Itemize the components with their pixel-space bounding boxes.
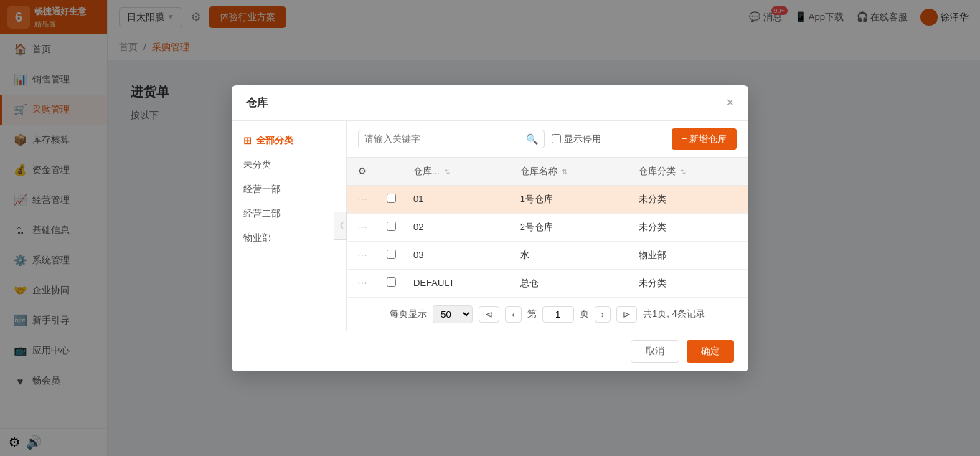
grid-icon: ⊞ [243, 135, 252, 146]
cat-all-label: 全部分类 [256, 134, 293, 147]
modal-title: 仓库 [246, 96, 268, 110]
page-unit: 页 [580, 308, 589, 320]
page-prev-button[interactable]: ‹ [505, 306, 521, 323]
modal-footer: 取消 确定 [232, 331, 748, 371]
sort-code-icon: ⇅ [444, 168, 450, 176]
row-name: 2号仓库 [512, 213, 630, 241]
row-name: 总仓 [512, 269, 630, 297]
warehouse-table: ⚙ 仓库... ⇅ 仓库名称 ⇅ [347, 158, 748, 298]
row-checkbox[interactable] [387, 222, 396, 231]
row-category: 未分类 [630, 185, 748, 213]
row-checkbox[interactable] [387, 194, 396, 203]
cat-item-1[interactable]: 经营一部 [232, 177, 346, 201]
show-disabled-label: 显示停用 [564, 133, 601, 146]
row-code: DEFAULT [405, 269, 512, 297]
cancel-button[interactable]: 取消 [631, 340, 679, 363]
search-box: 🔍 [358, 130, 545, 148]
row-checkbox-cell [378, 185, 405, 213]
row-checkbox-cell [378, 213, 405, 241]
cat-right: 🔍 显示停用 + 新增仓库 ⚙ [347, 121, 748, 331]
row-code: 02 [405, 213, 512, 241]
cat-item-2[interactable]: 经营二部 [232, 201, 346, 226]
row-code: 03 [405, 241, 512, 269]
row-actions: ··· [347, 185, 378, 213]
row-actions: ··· [347, 269, 378, 297]
cat-item-label-3: 物业部 [243, 232, 271, 243]
row-category: 未分类 [630, 213, 748, 241]
col-check [378, 158, 405, 186]
cat-collapse-button[interactable]: 《 [334, 212, 347, 240]
row-checkbox[interactable] [387, 277, 396, 287]
modal-overlay: 仓库 × ⊞ 全部分类 未分类 经营一部 经营二部 [0, 0, 980, 456]
table-wrap: ⚙ 仓库... ⇅ 仓库名称 ⇅ [347, 158, 748, 298]
category-panel: ⊞ 全部分类 未分类 经营一部 经营二部 物业部 《 [232, 121, 347, 331]
row-checkbox-cell [378, 241, 405, 269]
warehouse-modal: 仓库 × ⊞ 全部分类 未分类 经营一部 经营二部 [232, 85, 748, 371]
table-row[interactable]: ··· 02 2号仓库 未分类 [347, 213, 748, 241]
sort-cat-icon: ⇅ [680, 168, 686, 176]
table-row[interactable]: ··· 01 1号仓库 未分类 [347, 185, 748, 213]
row-category: 未分类 [630, 269, 748, 297]
row-more-icon[interactable]: ··· [357, 277, 367, 289]
row-more-icon[interactable]: ··· [357, 249, 367, 261]
collapse-chevron-icon: 《 [336, 221, 344, 231]
col-name: 仓库名称 ⇅ [512, 158, 630, 186]
row-code: 01 [405, 185, 512, 213]
cat-item-0[interactable]: 未分类 [232, 153, 346, 177]
cat-item-3[interactable]: 物业部 [232, 226, 346, 250]
sort-name-icon: ⇅ [562, 168, 567, 176]
col-gear: ⚙ [347, 158, 378, 186]
col-category: 仓库分类 ⇅ [630, 158, 748, 186]
per-page-select[interactable]: 50 10 20 100 [433, 305, 473, 323]
page-next-button[interactable]: › [595, 306, 611, 323]
cat-item-label-1: 经营一部 [243, 184, 281, 194]
row-more-icon[interactable]: ··· [357, 193, 367, 205]
row-name: 水 [512, 241, 630, 269]
row-actions: ··· [347, 241, 378, 269]
col-code: 仓库... ⇅ [405, 158, 512, 186]
row-actions: ··· [347, 213, 378, 241]
add-warehouse-button[interactable]: + 新增仓库 [672, 128, 737, 150]
row-checkbox-cell [378, 269, 405, 297]
show-disabled-toggle: 显示停用 [552, 133, 601, 146]
show-disabled-checkbox[interactable] [552, 134, 561, 143]
category-all[interactable]: ⊞ 全部分类 [232, 128, 346, 153]
page-last-button[interactable]: ⊳ [616, 306, 637, 323]
per-page-label: 每页显示 [390, 308, 427, 320]
table-row[interactable]: ··· 03 水 物业部 [347, 241, 748, 269]
table-row[interactable]: ··· DEFAULT 总仓 未分类 [347, 269, 748, 297]
page-word: 第 [527, 308, 537, 320]
modal-close-button[interactable]: × [726, 95, 734, 110]
row-category: 物业部 [630, 241, 748, 269]
confirm-button[interactable]: 确定 [687, 340, 734, 363]
row-name: 1号仓库 [512, 185, 630, 213]
modal-header: 仓库 × [232, 85, 748, 121]
search-input[interactable] [364, 133, 526, 144]
page-first-button[interactable]: ⊲ [479, 306, 499, 323]
total-info: 共1页, 4条记录 [643, 308, 705, 320]
search-icon[interactable]: 🔍 [526, 133, 538, 145]
cat-item-label-0: 未分类 [243, 159, 271, 170]
modal-body: ⊞ 全部分类 未分类 经营一部 经营二部 物业部 《 [232, 121, 748, 331]
row-more-icon[interactable]: ··· [357, 221, 367, 233]
toolbar-row: 🔍 显示停用 + 新增仓库 [347, 121, 748, 158]
page-number-input[interactable] [542, 306, 574, 323]
cat-item-label-2: 经营二部 [243, 208, 281, 219]
pagination-row: 每页显示 50 10 20 100 ⊲ ‹ 第 页 › ⊳ 共1页, 4条记录 [347, 298, 748, 331]
row-checkbox[interactable] [387, 250, 396, 259]
